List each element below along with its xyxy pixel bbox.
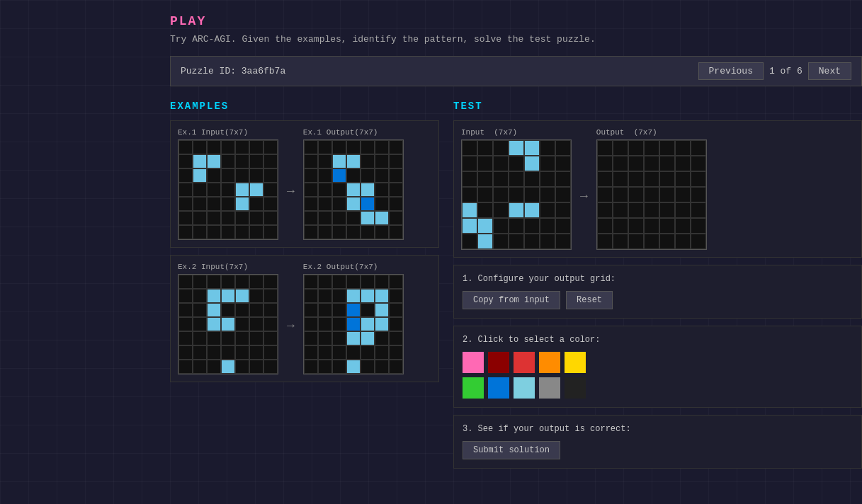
- cell: [524, 156, 540, 171]
- cell: [361, 289, 375, 303]
- cell: [249, 289, 263, 303]
- cell: [389, 168, 403, 183]
- cell: [332, 345, 346, 360]
- cell[interactable]: [613, 218, 628, 234]
- cell: [477, 218, 493, 234]
- color-swatch-gray[interactable]: [539, 377, 560, 399]
- cell[interactable]: [691, 202, 706, 218]
- cell: [221, 345, 235, 360]
- cell[interactable]: [613, 187, 628, 202]
- cell[interactable]: [659, 218, 675, 234]
- cell[interactable]: [613, 140, 628, 156]
- cell[interactable]: [597, 202, 613, 218]
- cell[interactable]: [628, 187, 644, 202]
- cell: [375, 331, 389, 345]
- cell: [235, 289, 249, 303]
- cell[interactable]: [675, 187, 691, 202]
- cell[interactable]: [691, 171, 706, 187]
- puzzle-id: Puzzle ID: 3aa6fb7a: [181, 66, 285, 76]
- color-swatch-light-blue[interactable]: [514, 377, 535, 399]
- cell[interactable]: [644, 218, 659, 234]
- cell[interactable]: [613, 202, 628, 218]
- reset-button[interactable]: Reset: [566, 291, 613, 309]
- cell[interactable]: [691, 140, 706, 156]
- cell[interactable]: [675, 156, 691, 171]
- cell[interactable]: [628, 156, 644, 171]
- cell[interactable]: [675, 171, 691, 187]
- test-grids: Input (7x7) → Output (7x7): [453, 120, 862, 258]
- cell[interactable]: [691, 156, 706, 171]
- cell[interactable]: [691, 218, 706, 234]
- cell: [221, 275, 235, 289]
- cell: [207, 154, 221, 168]
- cell[interactable]: [644, 234, 659, 249]
- cell[interactable]: [659, 156, 675, 171]
- cell[interactable]: [628, 218, 644, 234]
- cell: [477, 171, 493, 187]
- cell[interactable]: [597, 156, 613, 171]
- cell[interactable]: [644, 202, 659, 218]
- cell[interactable]: [659, 171, 675, 187]
- cell: [361, 197, 375, 211]
- cell: [462, 171, 477, 187]
- example2-input-wrapper: Ex.2 Input (7x7): [178, 263, 278, 374]
- color-swatch-black[interactable]: [565, 377, 586, 399]
- cell[interactable]: [597, 140, 613, 156]
- prev-button[interactable]: Previous: [698, 62, 764, 80]
- cell[interactable]: [613, 171, 628, 187]
- color-swatch-dark-red[interactable]: [488, 352, 509, 373]
- color-swatch-yellow[interactable]: [565, 352, 586, 373]
- color-swatch-green[interactable]: [463, 377, 484, 399]
- color-swatch-blue[interactable]: [488, 377, 509, 399]
- cell: [193, 345, 207, 360]
- cell: [555, 156, 571, 171]
- configure-buttons: Copy from input Reset: [463, 291, 853, 309]
- cell[interactable]: [675, 234, 691, 249]
- test-output-grid[interactable]: [596, 139, 707, 250]
- cell[interactable]: [628, 202, 644, 218]
- page-title: PLAY: [170, 14, 862, 28]
- cell[interactable]: [644, 140, 659, 156]
- submit-button[interactable]: Submit solution: [463, 441, 560, 459]
- example2-input-label: Ex.2 Input (7x7): [178, 263, 248, 271]
- cell: [263, 183, 278, 197]
- next-button[interactable]: Next: [808, 62, 851, 80]
- cell[interactable]: [691, 187, 706, 202]
- cell[interactable]: [597, 187, 613, 202]
- color-section: 2. Click to select a color:: [453, 326, 862, 408]
- cell[interactable]: [691, 234, 706, 249]
- cell[interactable]: [644, 171, 659, 187]
- cell[interactable]: [613, 156, 628, 171]
- cell[interactable]: [659, 202, 675, 218]
- cell: [304, 275, 318, 289]
- cell[interactable]: [613, 234, 628, 249]
- cell[interactable]: [659, 187, 675, 202]
- submit-section: 3. See if your output is correct: Submit…: [453, 415, 862, 469]
- cell[interactable]: [644, 187, 659, 202]
- page-subtitle: Try ARC-AGI. Given the examples, identif…: [170, 34, 862, 45]
- cell: [193, 225, 207, 239]
- cell: [263, 317, 278, 331]
- cell[interactable]: [659, 234, 675, 249]
- cell[interactable]: [659, 140, 675, 156]
- cell[interactable]: [628, 171, 644, 187]
- cell[interactable]: [644, 156, 659, 171]
- cell[interactable]: [597, 234, 613, 249]
- cell[interactable]: [628, 234, 644, 249]
- cell[interactable]: [675, 218, 691, 234]
- copy-from-input-button[interactable]: Copy from input: [463, 291, 560, 309]
- cell[interactable]: [675, 202, 691, 218]
- cell[interactable]: [628, 140, 644, 156]
- cell: [304, 345, 318, 360]
- cell[interactable]: [597, 171, 613, 187]
- color-swatch-orange[interactable]: [539, 352, 560, 373]
- cell: [193, 140, 207, 154]
- cell: [375, 345, 389, 360]
- cell[interactable]: [597, 218, 613, 234]
- cell[interactable]: [675, 140, 691, 156]
- cell: [193, 154, 207, 168]
- color-swatch-red[interactable]: [514, 352, 535, 373]
- test-input-grid: [461, 139, 572, 250]
- color-swatch-pink[interactable]: [463, 352, 484, 373]
- cell: [540, 187, 555, 202]
